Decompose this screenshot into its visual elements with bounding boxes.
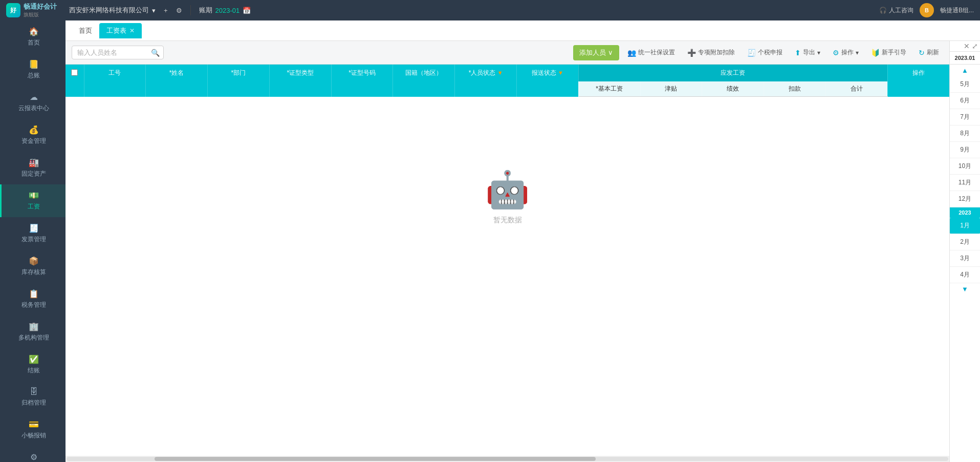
social-icon: 👥: [627, 49, 636, 57]
settings-btn[interactable]: ⚙: [172, 5, 186, 16]
add-person-label: 添加人员: [579, 48, 606, 57]
date-month-6[interactable]: 6月: [950, 93, 980, 109]
tab-home-label: 首页: [79, 26, 92, 35]
logo-text: 畅通好会计: [24, 2, 57, 11]
assets-icon: 🏭: [29, 158, 39, 167]
sidebar-item-archive[interactable]: 🗄 归档管理: [0, 381, 66, 413]
search-container: 🔍: [72, 46, 164, 59]
search-input[interactable]: [72, 46, 164, 59]
th-performance: 绩效: [702, 81, 764, 97]
export-btn[interactable]: ⬆ 导出 ▾: [791, 46, 824, 59]
top-bar-right: 🎧 人工咨询 B 畅捷通B组...: [879, 3, 974, 17]
select-all-checkbox[interactable]: [71, 69, 78, 76]
home-icon: 🏠: [29, 27, 39, 36]
scroll-thumb[interactable]: [155, 457, 596, 461]
date-month-8[interactable]: 8月: [950, 125, 980, 142]
date-month-9[interactable]: 9月: [950, 142, 980, 158]
company-selector[interactable]: 西安虾米网络科技有限公司 ▾: [65, 4, 160, 17]
sidebar-item-basic[interactable]: ⚙ 基础设置: [0, 446, 66, 462]
th-checkbox[interactable]: [66, 65, 84, 81]
th-name: *姓名: [146, 65, 208, 81]
empty-state: 🤖 暂无数据: [66, 138, 949, 256]
th-sub-checkbox: [66, 81, 84, 97]
tab-home[interactable]: 首页: [72, 23, 99, 38]
avatar: B: [920, 3, 934, 17]
close-panel-btn[interactable]: ✕: [964, 42, 970, 50]
th-sub-region: [393, 81, 455, 97]
user-service-btn[interactable]: 🎧 人工咨询: [879, 6, 913, 15]
th-total: 合计: [825, 81, 887, 97]
company-dropdown-icon: ▾: [152, 7, 156, 14]
th-status: *人员状态 ▼: [455, 65, 517, 81]
status-filter-icon[interactable]: ▼: [497, 70, 503, 76]
report-filter-icon[interactable]: ▼: [558, 70, 563, 76]
date-month-11[interactable]: 11月: [950, 175, 980, 191]
th-sub-idtype: [269, 81, 331, 97]
main-content: 🔍 添加人员 ∨ 👥 统一社保设置: [66, 41, 980, 462]
social-setting-btn[interactable]: 👥 统一社保设置: [623, 46, 679, 59]
add-icon: +: [164, 7, 168, 14]
sidebar-item-salary[interactable]: 💵 工资: [0, 184, 66, 217]
sidebar-item-inventory[interactable]: 📦 库存核算: [0, 250, 66, 283]
new-guide-btn[interactable]: 🔰 新手引导: [867, 46, 910, 59]
th-deduct: 扣款: [764, 81, 826, 97]
date-month-12[interactable]: 12月: [950, 191, 980, 207]
tab-close-icon[interactable]: ✕: [129, 27, 135, 34]
expand-panel-btn[interactable]: ⤢: [972, 42, 978, 50]
deduct-btn[interactable]: ➕ 专项附加扣除: [683, 46, 739, 59]
table-scrollbar[interactable]: [66, 456, 949, 462]
sidebar-item-assets[interactable]: 🏭 固定资产: [0, 152, 66, 184]
date-nav-up[interactable]: ▲: [950, 65, 980, 76]
sidebar-item-label: 总账: [28, 71, 40, 80]
salary-table: 工号 *姓名 *部门 *证型类型 *证型号码 国籍（地区） *人员状态 ▼: [66, 65, 949, 297]
sidebar: 🏠 首页 📒 总账 ☁ 云报表中心 💰 资金管理 🏭 固定资产 💵 工资: [0, 20, 66, 462]
date-year-2023[interactable]: 2023: [950, 207, 980, 218]
sidebar-item-expense[interactable]: 💳 小畅报销: [0, 413, 66, 446]
sidebar-item-invoice[interactable]: 🧾 发票管理: [0, 217, 66, 250]
table-container: 工号 *姓名 *部门 *证型类型 *证型号码 国籍（地区） *人员状态 ▼: [66, 65, 949, 456]
sidebar-item-report[interactable]: ☁ 云报表中心: [0, 86, 66, 119]
date-month-5[interactable]: 5月: [950, 76, 980, 93]
archive-icon: 🗄: [30, 387, 38, 396]
sidebar-item-settle[interactable]: ✅ 结账: [0, 348, 66, 381]
th-dept: *部门: [208, 65, 270, 81]
sidebar-item-home[interactable]: 🏠 首页: [0, 20, 66, 53]
calendar-icon[interactable]: 📅: [243, 7, 251, 14]
logo-sub: 旗舰版: [24, 11, 57, 18]
sidebar-item-label: 归档管理: [21, 398, 46, 407]
main-area: 🏠 首页 📒 总账 ☁ 云报表中心 💰 资金管理 🏭 固定资产 💵 工资: [0, 20, 980, 462]
date-nav-down[interactable]: ▼: [950, 283, 980, 295]
table-header-row: 工号 *姓名 *部门 *证型类型 *证型号码 国籍（地区） *人员状态 ▼: [66, 65, 949, 81]
user-name[interactable]: 畅捷通B组...: [940, 6, 974, 15]
add-person-button[interactable]: 添加人员 ∨: [573, 45, 619, 60]
fund-icon: 💰: [29, 125, 39, 135]
date-month-2[interactable]: 2月: [950, 234, 980, 250]
refresh-btn[interactable]: ↻ 刷新: [914, 46, 943, 59]
sidebar-item-tax[interactable]: 📋 税务管理: [0, 283, 66, 316]
sidebar-item-label: 税务管理: [21, 301, 46, 309]
date-month-1[interactable]: 1月: [950, 218, 980, 234]
date-month-4[interactable]: 4月: [950, 267, 980, 283]
sidebar-item-multi[interactable]: 🏢 多机构管理: [0, 316, 66, 348]
sidebar-item-label: 固定资产: [21, 170, 46, 178]
operate-icon: ⚙: [833, 49, 839, 57]
th-sub-empno: [84, 81, 146, 97]
content-inner: 🔍 添加人员 ∨ 👥 统一社保设置: [66, 41, 949, 462]
date-month-7[interactable]: 7月: [950, 109, 980, 125]
sidebar-item-ledger[interactable]: 📒 总账: [0, 53, 66, 86]
refresh-label: 刷新: [927, 48, 939, 57]
company-name: 西安虾米网络科技有限公司: [69, 6, 149, 15]
tab-salary[interactable]: 工资表 ✕: [99, 23, 142, 38]
logo-text-group: 畅通好会计 旗舰版: [24, 2, 57, 18]
th-allowance: 津贴: [640, 81, 702, 97]
date-month-10[interactable]: 10月: [950, 158, 980, 175]
operate-btn[interactable]: ⚙ 操作 ▾: [829, 46, 863, 59]
sidebar-item-fund[interactable]: 💰 资金管理: [0, 119, 66, 152]
export-arrow-icon: ▾: [817, 49, 820, 56]
deduct-icon: ➕: [687, 49, 696, 57]
sidebar-item-label: 云报表中心: [18, 104, 49, 113]
salary-icon: 💵: [29, 191, 39, 200]
date-month-3[interactable]: 3月: [950, 250, 980, 267]
tax-declare-btn[interactable]: 🧾 个税申报: [743, 46, 787, 59]
add-company-btn[interactable]: +: [160, 5, 172, 16]
